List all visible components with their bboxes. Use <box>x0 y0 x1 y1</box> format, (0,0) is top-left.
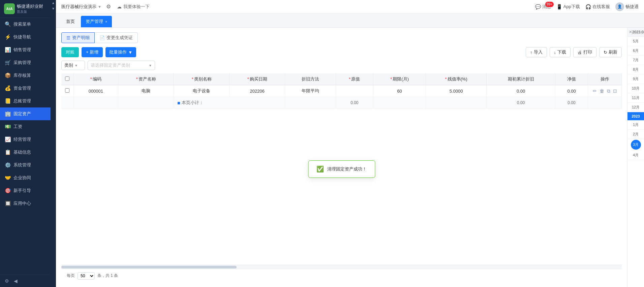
sidebar-icon-basic-info: 📋 <box>5 149 11 155</box>
account-btn[interactable]: 对账 <box>61 47 79 57</box>
month-item[interactable]: 6月 <box>627 46 644 56</box>
scroll-thumb[interactable] <box>61 266 237 268</box>
header-residual-rate: *残值率(%) <box>426 73 487 85</box>
table-body: 000001 电脑 电子设备 202206 年限平均 60 5.0000 0.0… <box>61 85 622 109</box>
sidebar-icon-purchase: 🛒 <box>5 60 11 66</box>
delete-icon[interactable]: 🗑 <box>600 88 604 94</box>
sidebar-item-ledger[interactable]: 📒 总账管理 <box>0 95 51 107</box>
toolbar-right: ↑ 导入 ↓ 下载 🖨 打印 ↻ 刷新 <box>526 47 622 57</box>
sidebar-item-apps[interactable]: 🔲 应用中心 <box>0 197 51 210</box>
subtotal-initial-acc: 0.00 <box>487 97 555 109</box>
app-logo: AtA 畅捷通好业财 普及版 <box>0 0 51 18</box>
header-name: *资产名称 <box>118 73 174 85</box>
print-btn[interactable]: 🖨 打印 <box>573 47 596 57</box>
month-item[interactable]: 11月 <box>627 93 644 103</box>
sidebar-label-ledger: 总账管理 <box>13 98 31 104</box>
sidebar-item-fixed-assets[interactable]: 🏢 固定资产 <box>0 107 51 120</box>
header-action: 操作 <box>588 73 622 85</box>
sidebar-label-sales: 销售管理 <box>13 47 31 53</box>
sidebar-item-quick-nav[interactable]: ⚡ 快捷导航 <box>0 31 51 43</box>
scroll-down-btn[interactable]: ▼ <box>51 6 56 11</box>
page-body: ☰ 资产明细 📄 变更生成凭证 对账 + 新增 <box>56 28 627 287</box>
message-btn[interactable]: 💬 消息 99+ <box>535 4 551 10</box>
year-label-2023[interactable]: 2023 <box>627 112 644 120</box>
header-period: *期限(月) <box>373 73 426 85</box>
sidebar-item-inventory[interactable]: 📦 库存核算 <box>0 69 51 82</box>
row-checkbox[interactable] <box>61 85 73 97</box>
month-item[interactable]: 2月 <box>627 130 644 139</box>
company-selector[interactable]: 医疗器械行业演示 ▼ <box>61 4 101 10</box>
sidebar-item-operations[interactable]: 📈 经营管理 <box>0 133 51 146</box>
sidebar-icon-guide: 🎯 <box>5 188 11 194</box>
sidebar-icon-sales: 📊 <box>5 47 11 53</box>
sidebar-item-guide[interactable]: 🎯 新手引导 <box>0 184 51 197</box>
subtotal-empty2 <box>73 97 118 109</box>
sidebar-item-basic-info[interactable]: 📋 基础信息 <box>0 146 51 159</box>
row-category: 电子设备 <box>174 85 229 97</box>
tab-close-icon[interactable]: × <box>105 20 107 24</box>
experience-btn[interactable]: ☁ 我要体验一下 <box>117 4 150 10</box>
sidebar-icon-apps: 🔲 <box>5 200 11 206</box>
horizontal-scrollbar[interactable] <box>61 265 622 269</box>
topbar: 医疗器械行业演示 ▼ ⚙ ☁ 我要体验一下 💬 消息 99+ 📱 App下载 🎧… <box>56 0 644 13</box>
more-icon[interactable]: ⊡ <box>613 88 617 94</box>
sub-tab-detail[interactable]: ☰ 资产明细 <box>61 32 95 43</box>
month-item[interactable]: 1月 <box>627 120 644 130</box>
settings-gear-icon[interactable]: ⚙ <box>106 3 111 10</box>
month-item[interactable]: 9月 <box>627 74 644 84</box>
tab-home[interactable]: 首页 <box>61 16 80 27</box>
toast-overlay: ✅ 清理固定资产成功！ <box>308 160 375 178</box>
sidebar-nav: 🔍 搜索菜单 ⚡ 快捷导航 📊 销售管理 🛒 采购管理 📦 库存核算 💰 资金管… <box>0 18 51 275</box>
month-item[interactable]: 10月 <box>627 84 644 93</box>
export-btn[interactable]: ↑ 导入 <box>526 47 547 57</box>
calendar-close-btn[interactable]: ✕ <box>629 30 632 34</box>
header-depreciation: 折旧方法 <box>285 73 336 85</box>
cloud-icon: ☁ <box>117 4 122 9</box>
sidebar-item-payroll[interactable]: 💵 工资 <box>0 120 51 133</box>
month-item[interactable]: 7月 <box>627 56 644 65</box>
sub-tab-voucher[interactable]: 📄 变更生成凭证 <box>95 32 138 43</box>
select-all-checkbox[interactable] <box>65 76 69 81</box>
new-btn[interactable]: + 新增 <box>82 47 103 57</box>
copy-icon[interactable]: ⧉ <box>607 88 610 94</box>
table-row: 000001 电脑 电子设备 202206 年限平均 60 5.0000 0.0… <box>61 85 622 97</box>
sidebar-item-purchase[interactable]: 🛒 采购管理 <box>0 56 51 69</box>
sidebar-item-sales[interactable]: 📊 销售管理 <box>0 43 51 56</box>
sidebar-label-purchase: 采购管理 <box>13 60 31 66</box>
sidebar-item-finance[interactable]: 💰 资金管理 <box>0 82 51 95</box>
sidebar-item-enterprise[interactable]: 🤝 企业协同 <box>0 171 51 184</box>
settings-icon[interactable]: ⚙ <box>5 278 9 284</box>
online-service-btn[interactable]: 🎧 在线客服 <box>585 4 610 10</box>
sidebar-item-search[interactable]: 🔍 搜索菜单 <box>0 18 51 31</box>
category-filter[interactable]: 类别 ▼ <box>61 61 85 70</box>
header-category: *类别名称 <box>174 73 229 85</box>
month-item[interactable]: 3月 <box>631 140 641 150</box>
refresh-btn[interactable]: ↻ 刷新 <box>599 47 622 57</box>
batch-btn[interactable]: 批量操作 ▼ <box>105 47 136 57</box>
logo-text: 畅捷通好业财 普及版 <box>17 4 43 14</box>
sidebar-icon-finance: 💰 <box>5 85 11 91</box>
download-btn[interactable]: ↓ 下载 <box>550 47 571 57</box>
app-download-btn[interactable]: 📱 App下载 <box>556 4 580 10</box>
company-name: 医疗器械行业演示 <box>61 4 96 10</box>
headset-icon: 🎧 <box>585 4 591 9</box>
per-page-select[interactable]: 50 100 200 <box>78 272 95 280</box>
month-item[interactable]: 8月 <box>627 65 644 74</box>
edit-icon[interactable]: ✏ <box>593 88 597 94</box>
sidebar-label-enterprise: 企业协同 <box>13 175 31 181</box>
scroll-up-btn[interactable]: ▲ <box>51 0 56 6</box>
month-list: 5月6月7月8月9月10月11月12月20231月2月3月4月 <box>627 37 644 287</box>
month-item[interactable]: 12月 <box>627 103 644 112</box>
subtotal-empty1 <box>61 97 73 109</box>
tab-assets[interactable]: 资产管理 × <box>81 16 112 27</box>
sidebar-item-system[interactable]: ⚙️ 系统管理 <box>0 159 51 171</box>
calendar-title: 2023.03 <box>632 30 644 34</box>
month-item[interactable]: 4月 <box>627 151 644 160</box>
table-container: *编码 *资产名称 *类别名称 *购买日期 折旧方法 *原值 *期限(月) *残… <box>61 73 622 265</box>
category-dropdown[interactable]: 请选择固定资产类别 ▼ <box>88 61 155 70</box>
collapse-icon[interactable]: ◀ <box>14 278 18 284</box>
filter-arrow-icon: ▼ <box>74 64 78 67</box>
pagination-total: 条，共 1 条 <box>97 273 118 279</box>
user-menu[interactable]: 👤 畅捷通 <box>615 2 639 11</box>
month-item[interactable]: 5月 <box>627 37 644 46</box>
